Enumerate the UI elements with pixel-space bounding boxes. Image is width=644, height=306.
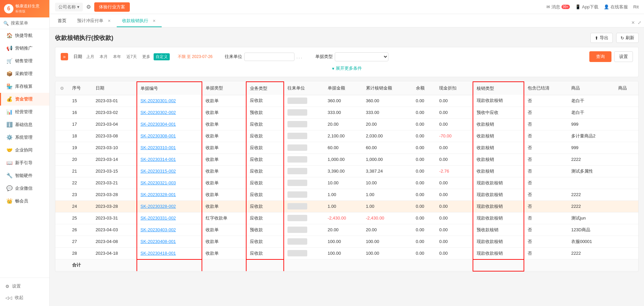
cell-select[interactable] [55,165,69,177]
tab-collect[interactable]: 收款核销执行 ✕ [117,15,162,27]
cell-product: 2222 [568,200,615,212]
cell-select[interactable] [55,212,69,224]
bill-no-link[interactable]: SK-20230408-001 [141,239,176,244]
cell-select[interactable] [55,95,69,107]
tab-prepay[interactable]: 预计冲应付单 ✕ [72,15,117,27]
online-service-button[interactable]: 👤 在线客服 [604,4,628,10]
solution-button[interactable]: 体验行业方案 [94,2,130,12]
messages-button[interactable]: ✉ 消息 99+ [546,4,570,10]
sidebar-item-finance[interactable]: 💰 资金管理 [0,93,49,106]
date-btn-more[interactable]: 更多 [140,53,152,60]
table-row[interactable]: 17 2023-03-04 SK-20230304-001 收款单 应收款 ██… [55,118,638,130]
app-download-button[interactable]: 📱 App下载 [575,4,598,10]
cell-product: 衣服00001 [568,236,615,247]
filter-expand-button[interactable]: » [61,53,68,60]
bill-no-link[interactable]: SK-20230304-001 [141,122,176,127]
tab-collect-close[interactable]: ✕ [152,18,156,23]
page-header: 收款核销执行(按收款) ⬆ 导出 ↻ 刷新 [55,33,639,43]
col-no-header: 序号 [69,82,92,95]
sidebar-item-quick-nav[interactable]: 🏠 快捷导航 [0,29,49,42]
col-gear-header[interactable]: ⚙ [55,82,69,95]
table-row[interactable]: 28 2023-04-18 SK-20230418-001 收款单 应收款 ██… [55,247,638,259]
sidebar-item-guide[interactable]: 📖 新手引导 [0,157,49,169]
col-writeoff-header: 累计核销金额 [363,82,413,95]
partner-input[interactable] [244,53,294,61]
cell-select[interactable] [55,142,69,154]
table-row[interactable]: 18 2023-03-08 SK-20230308-001 收款单 应收款 ██… [55,130,638,142]
cell-amount: 1.00 [324,200,363,212]
bill-no-link[interactable]: SK-20230418-001 [141,251,176,256]
cell-includesettled: 否 [524,154,568,165]
bill-no-link[interactable]: SK-20230308-001 [141,133,176,138]
bill-no-link[interactable]: SK-20230328-001 [141,192,176,197]
cell-product2 [615,142,638,154]
cell-select[interactable] [55,236,69,247]
settings-button[interactable]: 设置 [614,51,633,62]
date-btn-last-month[interactable]: 上月 [84,53,96,60]
date-btn-7days[interactable]: 近7天 [124,53,139,60]
bill-no-link[interactable]: SK-20230328-002 [141,204,176,209]
sidebar-item-marketing[interactable]: 📢 营销推广 [0,42,49,55]
sidebar-item-system[interactable]: ⚙️ 系统管理 [0,131,49,144]
sidebar-item-wechat[interactable]: 💬 企业微信 [0,182,49,195]
cell-select[interactable] [55,189,69,200]
date-btn-custom[interactable]: 自定义 [154,53,170,60]
table-row[interactable]: 26 2023-04-03 SK-20230403-002 收款单 预收款 ██… [55,224,638,236]
bill-no-link[interactable]: SK-20230403-002 [141,227,176,232]
bill-no-link[interactable]: SK-20230315-002 [141,169,176,174]
bill-no-link[interactable]: SK-20230302-002 [141,110,176,115]
sidebar-item-inventory[interactable]: 🏪 库存核算 [0,80,49,93]
expand-more-button[interactable]: ▾ 展开更多条件 [61,64,633,73]
bill-no-link[interactable]: SK-20230301-002 [141,98,176,103]
cell-select[interactable] [55,247,69,259]
tab-maximize-icon[interactable]: ⤢ [638,20,641,25]
tab-close-all-icon[interactable]: ✕ [631,20,635,25]
cell-cashdiscount: 0.00 [436,247,473,259]
sidebar-item-member[interactable]: 👑 畅会员 [0,195,49,207]
search-menu[interactable]: 🔍 搜索菜单 [0,17,49,29]
table-container[interactable]: ⚙ 序号 日期 单据编号 单据类型 业务类型 往来单位 [55,81,639,272]
gear-icon[interactable]: ⚙ [86,4,91,10]
sidebar-item-corp[interactable]: 🤝 企业协同 [0,144,49,157]
sidebar-item-operation[interactable]: 📊 经营管理 [0,106,49,118]
table-row[interactable]: 21 2023-03-15 SK-20230315-002 收款单 应收款 ██… [55,165,638,177]
cell-select[interactable] [55,154,69,165]
cell-select[interactable] [55,177,69,189]
cell-select[interactable] [55,130,69,142]
tab-prepay-close[interactable]: ✕ [107,18,111,23]
cell-select[interactable] [55,200,69,212]
date-btn-this-year[interactable]: 本年 [111,53,123,60]
refresh-button[interactable]: ↻ 刷新 [616,33,639,43]
sidebar-collapse[interactable]: ◁◁ 收起 [0,292,49,303]
table-row[interactable]: 24 2023-03-28 SK-20230328-002 收款单 应收款 ██… [55,200,638,212]
date-btn-this-month[interactable]: 本月 [98,53,110,60]
sidebar-item-hardware[interactable]: 🔧 智能硬件 [0,169,49,182]
sidebar-settings[interactable]: ⚙ 设置 [0,281,49,292]
table-row[interactable]: 22 2023-03-21 SK-20230321-003 收款单 应收款 ██… [55,177,638,189]
bill-no-link[interactable]: SK-20230331-002 [141,216,176,221]
cell-select[interactable] [55,107,69,118]
sidebar-item-sales[interactable]: 🛒 销售管理 [0,55,49,67]
export-button[interactable]: ⬆ 导出 [590,33,613,43]
table-row[interactable]: 27 2023-04-08 SK-20230408-001 收款单 应收款 ██… [55,236,638,247]
sidebar-item-purchase[interactable]: 📦 采购管理 [0,67,49,80]
sidebar-item-basic[interactable]: ℹ️ 基础信息 [0,118,49,131]
tab-home[interactable]: 首页 [52,15,72,27]
cell-select[interactable] [55,118,69,130]
col-partner-header: 往来单位 [284,82,324,95]
cell-select[interactable] [55,224,69,236]
query-button[interactable]: 查询 [589,51,611,62]
company-selector[interactable]: 公司名称 ▾ [55,3,83,11]
table-row[interactable]: 16 2023-03-02 SK-20230302-002 收款单 预收款 ██… [55,107,638,118]
table-row[interactable]: 25 2023-03-31 SK-20230331-002 红字收款单 应收款 … [55,212,638,224]
table-row[interactable]: 23 2023-03-28 SK-20230328-001 收款单 应收款 ██… [55,189,638,200]
table-row[interactable]: 19 2023-03-10 SK-20230310-001 收款单 应收款 ██… [55,142,638,154]
table-row[interactable]: 15 2023-03-01 SK-20230301-002 收款单 应收款 ██… [55,95,638,107]
partner-dots[interactable]: ... [297,54,303,59]
table-row[interactable]: 20 2023-03-14 SK-20230314-001 收款单 应收款 ██… [55,154,638,165]
bill-no-link[interactable]: SK-20230314-001 [141,157,176,162]
bill-type-select[interactable] [335,52,388,61]
bill-no-link[interactable]: SK-20230310-001 [141,145,176,150]
bill-no-link[interactable]: SK-20230321-003 [141,180,176,185]
topbar-right: ✉ 消息 99+ 📱 App下载 👤 在线客服 Rit [546,4,639,10]
